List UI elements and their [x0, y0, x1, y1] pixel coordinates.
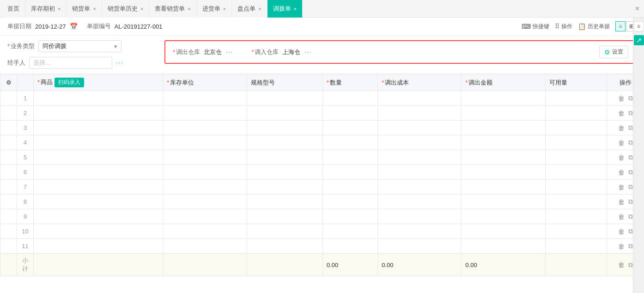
- row-qty-cell[interactable]: [322, 106, 377, 121]
- row-product-cell[interactable]: [34, 195, 163, 209]
- row-product-cell[interactable]: [34, 180, 163, 195]
- delete-icon[interactable]: 🗑: [618, 183, 625, 191]
- business-type-select[interactable]: 同价调拨 ▾: [38, 40, 122, 52]
- tab-close-view-sales[interactable]: ×: [188, 6, 190, 12]
- row-unit-cell[interactable]: [163, 239, 247, 254]
- row-cost-cell[interactable]: [378, 165, 462, 180]
- subtotal-delete-icon[interactable]: 🗑: [618, 261, 625, 269]
- copy-icon[interactable]: ⧉: [628, 183, 633, 191]
- row-spec-cell[interactable]: [247, 224, 322, 239]
- row-cost-cell[interactable]: [378, 135, 462, 150]
- copy-icon[interactable]: ⧉: [628, 94, 633, 102]
- row-product-cell[interactable]: [34, 135, 163, 150]
- row-amount-cell[interactable]: [462, 106, 545, 121]
- row-spec-cell[interactable]: [247, 91, 322, 106]
- row-amount-cell[interactable]: [462, 209, 545, 224]
- row-unit-cell[interactable]: [163, 224, 247, 239]
- row-qty-cell[interactable]: [322, 165, 377, 180]
- copy-icon[interactable]: ⧉: [628, 153, 633, 161]
- delete-icon[interactable]: 🗑: [618, 198, 625, 206]
- window-close-button[interactable]: ×: [635, 5, 639, 13]
- row-qty-cell[interactable]: [322, 135, 377, 150]
- row-product-cell[interactable]: [34, 209, 163, 224]
- copy-icon[interactable]: ⧉: [628, 168, 633, 176]
- tab-transfer-order[interactable]: 调拨单 ×: [267, 0, 303, 18]
- row-unit-cell[interactable]: [163, 135, 247, 150]
- row-amount-cell[interactable]: [462, 165, 545, 180]
- copy-icon[interactable]: ⧉: [628, 109, 633, 117]
- row-product-cell[interactable]: [34, 121, 163, 135]
- table-wrapper[interactable]: ⚙ *商品 扫码录入 *库存单位 规格型号 *数量 *调出成本 *调出金额 可用…: [0, 74, 644, 293]
- warehouse-in-more-btn[interactable]: ···: [304, 48, 311, 56]
- calendar-icon[interactable]: 📅: [70, 23, 78, 30]
- row-product-cell[interactable]: [34, 239, 163, 254]
- copy-icon[interactable]: ⧉: [628, 139, 633, 146]
- row-spec-cell[interactable]: [247, 150, 322, 165]
- row-qty-cell[interactable]: [322, 224, 377, 239]
- row-qty-cell[interactable]: [322, 121, 377, 135]
- row-product-cell[interactable]: [34, 91, 163, 106]
- subtotal-copy-icon[interactable]: ⧉: [628, 261, 633, 269]
- delete-icon[interactable]: 🗑: [618, 169, 625, 176]
- row-cost-cell[interactable]: [378, 224, 462, 239]
- row-product-cell[interactable]: [34, 224, 163, 239]
- row-spec-cell[interactable]: [247, 121, 322, 135]
- delete-icon[interactable]: 🗑: [618, 213, 625, 220]
- row-qty-cell[interactable]: [322, 91, 377, 106]
- row-unit-cell[interactable]: [163, 106, 247, 121]
- row-amount-cell[interactable]: [462, 91, 545, 106]
- row-unit-cell[interactable]: [163, 150, 247, 165]
- tab-sales-history[interactable]: 销货单历史 ×: [102, 0, 149, 18]
- row-cost-cell[interactable]: [378, 239, 462, 254]
- row-cost-cell[interactable]: [378, 180, 462, 195]
- copy-icon[interactable]: ⧉: [628, 227, 633, 235]
- row-product-cell[interactable]: [34, 106, 163, 121]
- row-qty-cell[interactable]: [322, 180, 377, 195]
- row-qty-cell[interactable]: [322, 209, 377, 224]
- tab-view-sales[interactable]: 查看销货单 ×: [149, 0, 196, 18]
- row-unit-cell[interactable]: [163, 195, 247, 209]
- tab-close-purchase-order[interactable]: ×: [223, 6, 226, 12]
- row-spec-cell[interactable]: [247, 195, 322, 209]
- row-qty-cell[interactable]: [322, 150, 377, 165]
- handler-more-btn[interactable]: ···: [116, 59, 123, 67]
- delete-icon[interactable]: 🗑: [618, 243, 625, 250]
- delete-icon[interactable]: 🗑: [618, 110, 625, 117]
- row-amount-cell[interactable]: [462, 239, 545, 254]
- copy-icon[interactable]: ⧉: [628, 198, 633, 206]
- copy-icon[interactable]: ⧉: [628, 124, 633, 132]
- row-amount-cell[interactable]: [462, 150, 545, 165]
- row-cost-cell[interactable]: [378, 106, 462, 121]
- tab-inventory-init[interactable]: 库存期初 ×: [25, 0, 67, 18]
- row-spec-cell[interactable]: [247, 106, 322, 121]
- shortcut-action[interactable]: ⌨ 快捷键: [522, 23, 549, 31]
- history-action[interactable]: 📋 历史单据: [578, 23, 610, 31]
- row-unit-cell[interactable]: [163, 209, 247, 224]
- layout-list-btn[interactable]: ≡: [615, 21, 626, 31]
- tab-home[interactable]: 首页: [4, 0, 25, 18]
- row-spec-cell[interactable]: [247, 135, 322, 150]
- tab-close-inventory-init[interactable]: ×: [58, 6, 61, 12]
- delete-icon[interactable]: 🗑: [618, 95, 625, 102]
- row-unit-cell[interactable]: [163, 91, 247, 106]
- tab-sales-order[interactable]: 销货单 ×: [67, 0, 102, 18]
- row-unit-cell[interactable]: [163, 165, 247, 180]
- settings-button[interactable]: ⚙ 设置: [599, 46, 628, 58]
- delete-icon[interactable]: 🗑: [618, 228, 625, 235]
- row-cost-cell[interactable]: [378, 195, 462, 209]
- row-unit-cell[interactable]: [163, 121, 247, 135]
- row-cost-cell[interactable]: [378, 121, 462, 135]
- tab-purchase-order[interactable]: 进货单 ×: [197, 0, 232, 18]
- row-spec-cell[interactable]: [247, 209, 322, 224]
- row-product-cell[interactable]: [34, 150, 163, 165]
- copy-icon[interactable]: ⧉: [628, 242, 633, 250]
- tab-close-inventory-count[interactable]: ×: [258, 6, 261, 12]
- row-qty-cell[interactable]: [322, 239, 377, 254]
- row-amount-cell[interactable]: [462, 224, 545, 239]
- warehouse-out-more-btn[interactable]: ···: [225, 48, 233, 56]
- row-qty-cell[interactable]: [322, 195, 377, 209]
- tab-close-transfer-order[interactable]: ×: [294, 6, 297, 12]
- row-spec-cell[interactable]: [247, 165, 322, 180]
- operation-action[interactable]: ⠿ 操作: [555, 23, 572, 31]
- tab-inventory-count[interactable]: 盘点单 ×: [232, 0, 267, 18]
